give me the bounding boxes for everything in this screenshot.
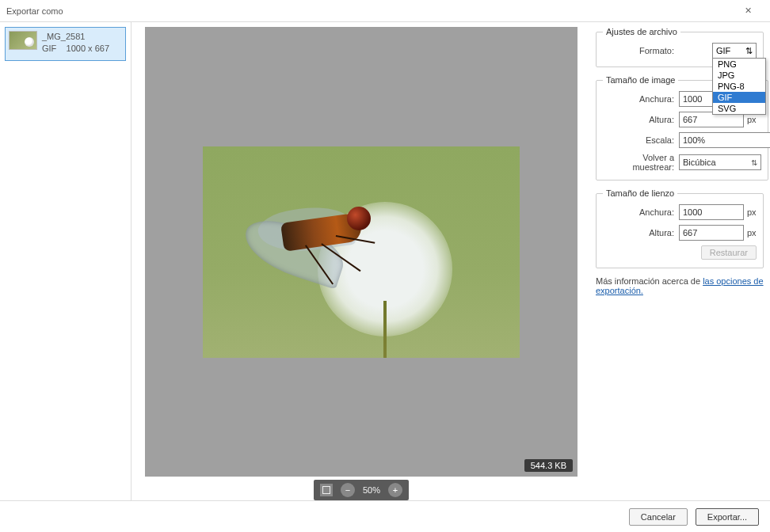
close-icon: ✕: [745, 6, 752, 16]
zoom-level: 50%: [363, 485, 380, 495]
chevron-updown-icon: ⇅: [751, 158, 757, 167]
thumbnail-item[interactable]: _MG_2581 GIF 1000 x 667: [5, 27, 126, 61]
format-option-svg[interactable]: SVG: [713, 103, 765, 114]
px-unit: px: [747, 207, 757, 217]
export-button[interactable]: Exportar...: [696, 508, 759, 526]
restore-button: Restaurar: [701, 245, 757, 260]
scale-stepper[interactable]: ▲ ▼: [679, 132, 761, 148]
thumbnail-image: [9, 31, 37, 50]
preview-panel: 544.3 KB − 50% +: [132, 22, 591, 500]
resample-select[interactable]: Bicúbica ⇅: [679, 154, 761, 170]
thumbnail-filename: _MG_2581: [42, 31, 109, 43]
resample-value: Bicúbica: [683, 158, 716, 167]
settings-panel: Ajustes de archivo Formato: GIF ⇅ PNGJPG…: [591, 22, 770, 500]
resample-label: Volver a muestrear:: [603, 153, 679, 172]
format-label: Formato:: [603, 46, 679, 55]
image-size-legend: Tamaño de image: [603, 75, 678, 85]
format-option-gif[interactable]: GIF: [713, 92, 765, 103]
main-area: _MG_2581 GIF 1000 x 667: [0, 22, 770, 500]
format-option-jpg[interactable]: JPG: [713, 70, 765, 81]
canvas-height-input[interactable]: [679, 225, 744, 241]
thumbnail-format: GIF: [42, 44, 56, 53]
canvas-width-input[interactable]: [679, 204, 744, 220]
close-button[interactable]: ✕: [732, 0, 764, 22]
zoom-toolbar: − 50% +: [314, 480, 409, 500]
format-dropdown: PNGJPGPNG-8GIFSVG: [712, 58, 766, 115]
file-settings-legend: Ajustes de archivo: [603, 27, 680, 36]
canvas-height-label: Altura:: [603, 228, 679, 238]
window-title: Exportar como: [6, 6, 732, 16]
canvas-size-legend: Tamaño de lienzo: [603, 188, 677, 198]
format-option-png[interactable]: PNG: [713, 59, 765, 70]
dialog-footer: Cancelar Exportar...: [0, 500, 770, 532]
canvas-width-label: Anchura:: [603, 207, 679, 217]
zoom-out-button[interactable]: −: [341, 483, 355, 497]
thumbnail-panel: _MG_2581 GIF 1000 x 667: [0, 22, 132, 500]
fit-screen-button[interactable]: [320, 484, 333, 496]
preview-canvas[interactable]: 544.3 KB: [145, 27, 578, 477]
cancel-button[interactable]: Cancelar: [629, 508, 688, 526]
thumbnail-dimensions: 1000 x 667: [67, 44, 109, 53]
chevron-updown-icon: ⇅: [745, 46, 753, 56]
format-selected-value: GIF: [716, 46, 730, 55]
svg-rect-0: [322, 487, 330, 494]
file-settings-group: Ajustes de archivo Formato: GIF ⇅ PNGJPG…: [596, 27, 764, 67]
image-width-label: Anchura:: [603, 94, 679, 104]
canvas-size-group: Tamaño de lienzo Anchura: px Altura: px …: [596, 188, 764, 268]
image-height-label: Altura:: [603, 115, 679, 124]
filesize-badge: 544.3 KB: [524, 459, 573, 472]
zoom-in-button[interactable]: +: [388, 483, 402, 497]
format-select[interactable]: GIF ⇅: [712, 43, 757, 59]
title-bar: Exportar como ✕: [0, 0, 770, 22]
px-unit: px: [747, 115, 757, 124]
format-option-png-8[interactable]: PNG-8: [713, 81, 765, 92]
px-unit: px: [747, 228, 757, 238]
preview-image: [203, 146, 520, 358]
export-info-text: Más información acerca de las opciones d…: [596, 276, 764, 295]
scale-label: Escala:: [603, 135, 679, 145]
thumbnail-info: _MG_2581 GIF 1000 x 667: [42, 31, 109, 55]
scale-input[interactable]: [679, 132, 770, 148]
